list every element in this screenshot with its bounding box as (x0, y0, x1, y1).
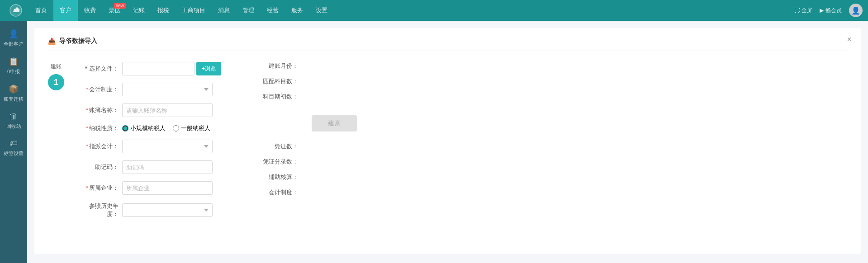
member-button[interactable]: ▶ 畅会员 (820, 7, 842, 14)
form-row-company: *所属企业： (82, 181, 221, 195)
sidebar-item-label-settings[interactable]: 🏷 标签设置 (0, 134, 27, 161)
form-left-section: 建账 1 ** 选择文件： +浏览 (48, 62, 221, 218)
history-year-select[interactable] (122, 203, 213, 217)
tax-radio-general[interactable] (173, 125, 179, 132)
import-panel: 📥 导爷数据导入 × 建账 1 (34, 28, 861, 254)
member-icon: ▶ (820, 7, 824, 14)
form-row-memo-code: 助记码： (82, 160, 221, 174)
fullscreen-icon: ⛶ (794, 7, 800, 14)
file-input-group: +浏览 (122, 62, 221, 75)
nav-item-service[interactable]: 服务 (285, 0, 309, 21)
tax-radio-small[interactable] (122, 125, 128, 132)
form-grid: ** 选择文件： +浏览 *会计制度： (82, 62, 221, 218)
info-row-aux-accounting: 辅助核算： (257, 173, 357, 181)
build-button-container: 建账 (257, 112, 357, 132)
nav-item-manage[interactable]: 管理 (236, 0, 261, 21)
account-migration-icon: 📦 (9, 84, 19, 94)
info-fields: 建账月份： 匹配科目数： 科目期初数： 建 (257, 62, 357, 197)
assigned-accountant-label: *指派会计： (82, 142, 119, 150)
accounting-system-label: *会计制度： (82, 85, 119, 94)
form-row-assigned-accountant: *指派会计： (82, 140, 221, 153)
nav-item-messages[interactable]: 消息 (212, 0, 236, 21)
step-label: 建账 (51, 63, 62, 70)
form-row-accounting-system: *会计制度： (82, 83, 221, 96)
nav-item-business[interactable]: 工商项目 (175, 0, 212, 21)
app-logo (5, 0, 26, 21)
avatar-icon: 👤 (851, 6, 860, 15)
nav-item-operation[interactable]: 经营 (261, 0, 285, 21)
nav-item-customers[interactable]: 客户 (53, 0, 78, 21)
main-layout: 👤 全部客户 📋 0申报 📦 账套迁移 🗑 回收站 🏷 标签设置 📥 导爷数据导… (0, 21, 868, 263)
close-button[interactable]: × (847, 35, 852, 43)
form-row-file: ** 选择文件： +浏览 (82, 62, 221, 75)
accounting-system-info-label: 会计制度： (257, 188, 298, 197)
period-initial-label: 科目期初数： (257, 93, 298, 101)
nav-item-invoices[interactable]: 票据 new (102, 0, 127, 21)
match-subjects-label: 匹配科目数： (257, 77, 298, 85)
info-row-period-initial: 科目期初数： (257, 93, 357, 101)
accounting-system-select[interactable] (122, 83, 213, 96)
voucher-label: 凭证数： (257, 142, 298, 150)
recycle-bin-icon: 🗑 (9, 112, 18, 121)
sidebar-item-recycle-bin[interactable]: 🗑 回收站 (0, 107, 27, 134)
build-month-label: 建账月份： (257, 62, 298, 70)
company-input[interactable] (122, 181, 213, 195)
main-content: 📥 导爷数据导入 × 建账 1 (27, 21, 868, 263)
label-settings-icon: 🏷 (9, 139, 18, 148)
form-row-ledger-name: *账簿名称： (82, 103, 221, 117)
all-customers-icon: 👤 (9, 29, 19, 39)
form-row-history-year: 参照历史年度： (82, 202, 221, 218)
build-account-button[interactable]: 建账 (312, 115, 357, 132)
browse-button[interactable]: +浏览 (196, 62, 221, 75)
zero-filing-icon: 📋 (9, 56, 19, 66)
user-avatar[interactable]: 👤 (849, 4, 863, 17)
memo-code-label: 助记码： (82, 163, 119, 171)
voucher-entries-label: 凭证分录数： (257, 158, 298, 166)
step-badge: 1 (48, 74, 64, 90)
nav-item-fees[interactable]: 收费 (78, 0, 102, 21)
aux-accounting-label: 辅助核算： (257, 173, 298, 181)
info-row-build-month: 建账月份： (257, 62, 357, 70)
step-section: 建账 1 (48, 62, 64, 218)
panel-header: 📥 导爷数据导入 (48, 37, 847, 51)
form-row-tax-type: *纳税性质： 小规模纳税人 一般纳税人 (82, 124, 221, 132)
tax-option-general[interactable]: 一般纳税人 (173, 124, 210, 132)
info-row-voucher-entries: 凭证分录数： (257, 158, 357, 166)
nav-right-section: ⛶ 全屏 ▶ 畅会员 👤 (794, 4, 863, 17)
nav-item-tax[interactable]: 报税 (151, 0, 175, 21)
file-label: ** 选择文件： (82, 65, 119, 73)
ledger-name-label: *账簿名称： (82, 106, 119, 114)
assigned-accountant-select[interactable] (122, 140, 213, 153)
nav-item-bookkeeping[interactable]: 记账 (127, 0, 151, 21)
tax-type-label: *纳税性质： (82, 124, 119, 132)
panel-title-icon: 📥 (48, 38, 56, 45)
new-badge: new (114, 3, 126, 9)
tax-option-small[interactable]: 小规模纳税人 (122, 124, 166, 132)
sidebar: 👤 全部客户 📋 0申报 📦 账套迁移 🗑 回收站 🏷 标签设置 (0, 21, 27, 263)
sidebar-item-all-customers[interactable]: 👤 全部客户 (0, 24, 27, 52)
history-year-label: 参照历史年度： (82, 202, 119, 218)
form-layout: 建账 1 ** 选择文件： +浏览 (48, 62, 847, 218)
file-input[interactable] (122, 62, 194, 75)
info-row-match-subjects: 匹配科目数： (257, 77, 357, 85)
fullscreen-button[interactable]: ⛶ 全屏 (794, 7, 812, 14)
info-row-voucher: 凭证数： (257, 142, 357, 150)
memo-code-input[interactable] (122, 160, 213, 174)
company-label: *所属企业： (82, 184, 119, 192)
sidebar-item-account-migration[interactable]: 📦 账套迁移 (0, 80, 27, 107)
info-row-accounting-system: 会计制度： (257, 188, 357, 197)
top-navigation: 首页 客户 收费 票据 new 记账 报税 工商项目 消息 管理 经营 服务 设… (0, 0, 868, 21)
right-info-section: 建账月份： 匹配科目数： 科目期初数： 建 (257, 62, 357, 218)
sidebar-item-zero-filing[interactable]: 📋 0申报 (0, 52, 27, 80)
nav-item-settings[interactable]: 设置 (309, 0, 334, 21)
panel-title: 导爷数据导入 (59, 37, 97, 45)
ledger-name-input[interactable] (122, 103, 213, 117)
nav-item-home[interactable]: 首页 (29, 0, 53, 21)
tax-type-radio-group: 小规模纳税人 一般纳税人 (122, 124, 210, 132)
